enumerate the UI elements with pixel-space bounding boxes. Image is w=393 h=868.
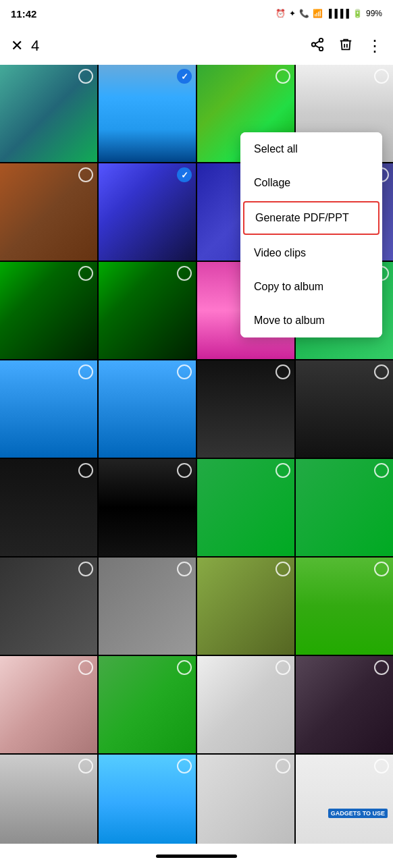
photo-cell[interactable] — [0, 558, 97, 655]
photo-cell[interactable] — [0, 459, 97, 556]
photo-checkbox[interactable] — [276, 660, 290, 675]
photo-cell[interactable] — [99, 262, 196, 359]
menu-item-move-to-album[interactable]: Move to album — [240, 304, 382, 337]
gallery-area: Select allCollageGenerate PDF/PPTVideo c… — [0, 65, 393, 852]
context-menu: Select allCollageGenerate PDF/PPTVideo c… — [240, 132, 382, 337]
delete-button[interactable] — [338, 37, 353, 55]
alarm-icon: ⏰ — [276, 9, 286, 18]
photo-cell[interactable] — [197, 755, 294, 852]
svg-point-2 — [319, 47, 323, 51]
photo-checkbox[interactable] — [276, 69, 290, 84]
photo-cell[interactable] — [197, 459, 294, 556]
photo-cell[interactable] — [0, 656, 97, 753]
photo-cell[interactable] — [296, 360, 393, 458]
svg-line-3 — [315, 45, 319, 48]
more-options-button[interactable]: ⋮ — [367, 36, 382, 55]
photo-cell[interactable] — [99, 163, 196, 261]
photo-checkbox[interactable] — [177, 266, 192, 281]
share-button[interactable] — [310, 37, 325, 55]
photo-cell[interactable] — [0, 65, 97, 162]
photo-cell[interactable] — [296, 755, 393, 852]
photo-checkbox[interactable] — [374, 463, 389, 478]
nav-pill — [156, 855, 237, 858]
photo-checkbox[interactable] — [177, 660, 192, 675]
photo-cell[interactable] — [99, 65, 196, 162]
signal-icon: ▐▐▐▐ — [326, 9, 349, 18]
photo-checkbox[interactable] — [78, 759, 93, 774]
selected-count-label: 4 — [31, 37, 39, 55]
toolbar: ✕ 4 ⋮ — [0, 27, 393, 65]
phone-icon: 📞 — [299, 9, 309, 18]
svg-line-4 — [315, 40, 319, 43]
photo-checkbox[interactable] — [78, 167, 93, 182]
photo-checkbox[interactable] — [177, 759, 192, 774]
menu-item-generate-pdf[interactable]: Generate PDF/PPT — [243, 201, 379, 235]
photo-cell[interactable] — [197, 360, 294, 458]
toolbar-right: ⋮ — [310, 36, 382, 55]
photo-checkbox[interactable] — [78, 562, 93, 576]
close-button[interactable]: ✕ — [11, 37, 23, 55]
photo-checkbox[interactable] — [374, 660, 389, 675]
photo-cell[interactable] — [99, 656, 196, 753]
photo-cell[interactable] — [99, 558, 196, 655]
photo-cell[interactable] — [99, 459, 196, 556]
status-time: 11:42 — [11, 8, 36, 20]
menu-item-copy-to-album[interactable]: Copy to album — [240, 270, 382, 304]
photo-checkbox[interactable] — [78, 463, 93, 478]
menu-item-video-clips[interactable]: Video clips — [240, 236, 382, 270]
watermark-badge: GADGETS TO USE — [328, 809, 388, 818]
photo-checkbox[interactable] — [177, 69, 192, 84]
status-bar: 11:42 ⏰ ✦ 📞 📶 ▐▐▐▐ 🔋 99% — [0, 0, 393, 27]
photo-checkbox[interactable] — [177, 463, 192, 478]
bluetooth-icon: ✦ — [289, 9, 296, 18]
wifi-icon: 📶 — [313, 9, 323, 18]
photo-checkbox[interactable] — [78, 660, 93, 675]
photo-cell[interactable] — [0, 262, 97, 359]
photo-cell[interactable] — [197, 656, 294, 753]
battery-icon: 🔋 — [352, 9, 363, 18]
menu-item-select-all[interactable]: Select all — [240, 132, 382, 166]
photo-cell[interactable] — [99, 360, 196, 458]
photo-checkbox[interactable] — [276, 759, 290, 774]
photo-checkbox[interactable] — [374, 562, 389, 576]
photo-checkbox[interactable] — [78, 364, 93, 379]
menu-item-collage[interactable]: Collage — [240, 166, 382, 200]
photo-checkbox[interactable] — [276, 463, 290, 478]
photo-cell[interactable] — [296, 558, 393, 655]
status-icons: ⏰ ✦ 📞 📶 ▐▐▐▐ 🔋 99% — [276, 9, 382, 18]
photo-checkbox[interactable] — [177, 364, 192, 379]
photo-checkbox[interactable] — [177, 167, 192, 182]
photo-checkbox[interactable] — [374, 759, 389, 774]
photo-cell[interactable] — [197, 558, 294, 655]
photo-cell[interactable] — [99, 755, 196, 852]
photo-checkbox[interactable] — [374, 69, 389, 84]
photo-checkbox[interactable] — [374, 364, 389, 379]
battery-percent: 99% — [366, 9, 382, 18]
nav-bar — [0, 844, 393, 868]
toolbar-left: ✕ 4 — [11, 37, 310, 55]
photo-checkbox[interactable] — [276, 562, 290, 576]
photo-checkbox[interactable] — [78, 266, 93, 281]
svg-point-0 — [319, 38, 323, 42]
photo-checkbox[interactable] — [78, 69, 93, 84]
photo-cell[interactable] — [0, 360, 97, 458]
photo-cell[interactable] — [296, 656, 393, 753]
photo-checkbox[interactable] — [276, 364, 290, 379]
photo-cell[interactable] — [0, 755, 97, 852]
photo-checkbox[interactable] — [177, 562, 192, 576]
svg-point-1 — [312, 43, 316, 47]
photo-cell[interactable] — [0, 163, 97, 261]
photo-cell[interactable] — [296, 459, 393, 556]
